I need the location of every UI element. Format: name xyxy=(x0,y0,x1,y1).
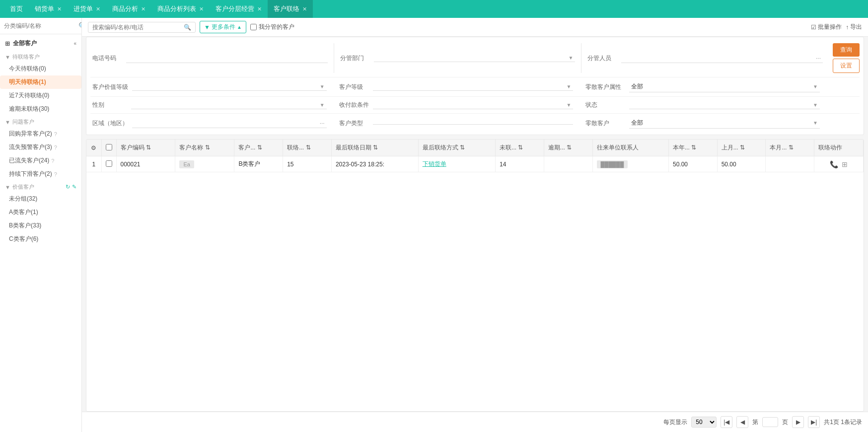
customer-level-select[interactable]: ▼ xyxy=(373,83,574,91)
edit-icon[interactable]: ✎ xyxy=(72,184,76,190)
nav-customer-tier[interactable]: 客户分层经营 ✕ xyxy=(210,0,268,18)
toolbar-search-icon[interactable]: 🔍 xyxy=(184,24,191,31)
sidebar-7days-contact[interactable]: 近7天待联络(0) xyxy=(0,89,81,102)
nav-home[interactable]: 首页 xyxy=(4,0,29,18)
refresh-icon[interactable]: ↻ xyxy=(66,184,70,190)
sidebar-churned[interactable]: 已流失客户(24) ? xyxy=(0,154,81,167)
manager-label: 分管人员 xyxy=(587,54,617,63)
row-overdue xyxy=(544,156,592,172)
row-contacts: 15 xyxy=(283,156,332,172)
nav-sales-order[interactable]: 销货单 ✕ xyxy=(29,0,68,18)
row-checkbox[interactable] xyxy=(106,160,112,167)
phone-label: 电话号码 xyxy=(92,54,122,63)
my-customers-check[interactable] xyxy=(250,24,257,30)
nav-product-analysis-list-close[interactable]: ✕ xyxy=(199,6,204,12)
toolbar-right: ☑ 批量操作 ↑ 导出 xyxy=(811,23,862,31)
retail-customer-select[interactable]: 全部 ▼ xyxy=(629,118,820,129)
sidebar-class-a[interactable]: A类客户(1) xyxy=(0,206,81,219)
chevron-down-icon-payment: ▼ xyxy=(566,102,571,108)
query-button[interactable]: 查询 xyxy=(833,43,860,57)
sidebar-tomorrow-contact[interactable]: 明天待联络(1) xyxy=(0,75,81,89)
toolbar-search-input[interactable] xyxy=(92,24,182,31)
customer-type-select[interactable] xyxy=(373,122,574,125)
table-row: 1 000021 Ea B类客户 15 2023-05-23 18:25: 下销… xyxy=(86,156,864,172)
row-checkbox-cell[interactable] xyxy=(101,156,116,172)
prev-page-btn[interactable]: ◀ xyxy=(736,416,748,428)
last-page-btn[interactable]: ▶| xyxy=(808,416,820,428)
row-last-method[interactable]: 下销货单 xyxy=(418,156,495,172)
per-page-select[interactable]: 20 50 100 200 xyxy=(691,417,717,428)
help-icon-4[interactable]: ? xyxy=(54,171,57,177)
nav-purchase-order-close[interactable]: ✕ xyxy=(96,6,100,12)
action-grid-icon[interactable]: ⊞ xyxy=(842,160,848,168)
call-icon[interactable]: 📞 xyxy=(830,160,838,168)
phone-input[interactable] xyxy=(126,54,328,63)
sidebar-search-container: 🔍 xyxy=(0,18,81,34)
export-btn[interactable]: ↑ 导出 xyxy=(846,23,862,31)
chevron-down-icon-retail-cust: ▼ xyxy=(813,120,818,126)
manager-select[interactable]: ··· xyxy=(621,54,823,63)
more-conditions-btn[interactable]: ▼ 更多条件 ▲ xyxy=(200,21,246,33)
gender-label: 性别 xyxy=(92,101,127,109)
sidebar-all-customers[interactable]: ⊞ 全部客户 « xyxy=(0,36,81,51)
col-checkbox[interactable] xyxy=(101,140,116,156)
customer-value-select[interactable]: ▼ xyxy=(132,83,327,91)
col-contacts: 联络... ⇅ xyxy=(283,140,332,156)
sidebar-overdue-contact[interactable]: 逾期未联络(30) xyxy=(0,102,81,116)
sidebar-today-contact[interactable]: 今天待联络(0) xyxy=(0,62,81,75)
nav-customer-contact[interactable]: 客户联络 ✕ xyxy=(268,0,313,18)
chevron-down-icon-retail: ▼ xyxy=(813,84,818,89)
batch-op-btn[interactable]: ☑ 批量操作 xyxy=(811,23,842,31)
toolbar-search-container: 🔍 xyxy=(88,22,196,33)
sidebar-churn-warning[interactable]: 流失预警客户(3) ? xyxy=(0,141,81,154)
col-code-sort[interactable]: 客户编码 ⇅ xyxy=(121,144,151,151)
row-company-contacts: ██████ xyxy=(592,156,668,172)
gender-select[interactable]: ▼ xyxy=(131,101,327,109)
help-icon-3[interactable]: ? xyxy=(51,158,54,164)
first-page-btn[interactable]: |◀ xyxy=(721,416,732,428)
row-code: 000021 xyxy=(116,156,175,172)
row-num: 1 xyxy=(86,156,101,172)
my-customers-checkbox[interactable]: 我分管的客户 xyxy=(250,23,294,31)
col-settings[interactable]: ⚙ xyxy=(86,140,101,156)
sidebar-search-input[interactable] xyxy=(4,22,78,29)
sidebar-ungrouped[interactable]: 未分组(32) xyxy=(0,192,81,206)
sidebar-repurchase-abnormal[interactable]: 回购异常客户(2) ? xyxy=(0,127,81,141)
content-area: 🔍 ▼ 更多条件 ▲ 我分管的客户 ☑ 批量操作 ↑ 导出 xyxy=(82,18,868,432)
nav-customer-tier-close[interactable]: ✕ xyxy=(257,6,262,12)
row-type: B类客户 xyxy=(234,156,283,172)
sidebar-search-icon[interactable]: 🔍 xyxy=(78,22,82,30)
help-icon-1[interactable]: ? xyxy=(54,131,57,137)
help-icon-2[interactable]: ? xyxy=(54,144,57,150)
triangle-down-icon-2: ▼ xyxy=(5,119,10,125)
nav-product-analysis-close[interactable]: ✕ xyxy=(141,6,145,12)
page-input[interactable]: 1 xyxy=(762,417,778,427)
nav-product-analysis[interactable]: 商品分析 ✕ xyxy=(106,0,151,18)
sidebar-class-c[interactable]: C类客户(6) xyxy=(0,232,81,246)
nav-purchase-order[interactable]: 进货单 ✕ xyxy=(68,0,106,18)
settings-button[interactable]: 设置 xyxy=(833,59,860,73)
last-method-link[interactable]: 下销货单 xyxy=(423,160,446,167)
col-company-contacts: 往来单位联系人 xyxy=(592,140,668,156)
pagination: 每页显示 20 50 100 200 |◀ ◀ 第 1 页 ▶ ▶| 共1页 1… xyxy=(82,412,868,432)
nav-sales-order-close[interactable]: ✕ xyxy=(57,6,62,12)
chevron-up-icon: ▲ xyxy=(237,24,242,30)
col-name-sort[interactable]: 客户名称 ⇅ xyxy=(179,144,210,151)
status-select[interactable]: ▼ xyxy=(629,101,820,109)
nav-product-analysis-list[interactable]: 商品分析列表 ✕ xyxy=(151,0,210,18)
status-label: 状态 xyxy=(585,101,625,109)
sidebar-declining[interactable]: 持续下滑客户(2) ? xyxy=(0,167,81,181)
payment-select[interactable]: ▼ xyxy=(373,101,574,109)
chevron-down-icon-gender: ▼ xyxy=(320,102,325,108)
sidebar-class-b[interactable]: B类客户(33) xyxy=(0,219,81,232)
dept-select[interactable]: ▼ xyxy=(374,54,576,62)
row-this-month xyxy=(766,156,814,172)
sidebar-collapse-icon: « xyxy=(73,41,76,46)
next-page-btn[interactable]: ▶ xyxy=(792,416,804,428)
nav-customer-contact-close[interactable]: ✕ xyxy=(302,6,307,12)
region-select[interactable]: ··· xyxy=(132,119,327,128)
select-all-checkbox[interactable] xyxy=(106,144,112,150)
chevron-down-icon-val: ▼ xyxy=(320,84,325,89)
col-overdue: 逾期... ⇅ xyxy=(544,140,592,156)
retail-attr-select[interactable]: 全部 ▼ xyxy=(629,81,820,92)
